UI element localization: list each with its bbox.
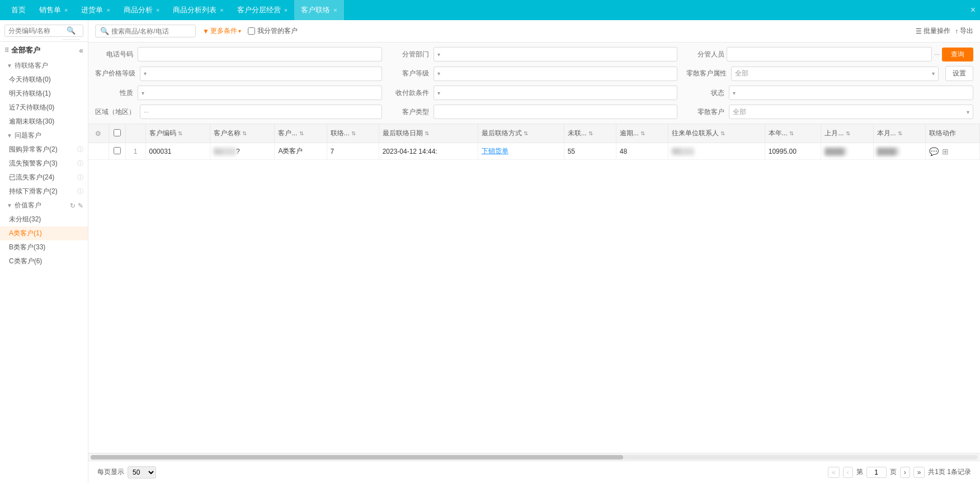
customer-type: A类客户 [275, 143, 327, 160]
dept-input[interactable]: ▾ [434, 47, 678, 61]
refresh-icon[interactable]: ↻ [70, 202, 76, 210]
sort-icon: ⇅ [299, 130, 304, 136]
phone-input[interactable] [138, 47, 382, 61]
row-select-checkbox[interactable] [114, 147, 121, 154]
close-all-tabs-button[interactable]: × [970, 5, 976, 15]
nav-purchase-order[interactable]: 进货单 × [74, 0, 116, 20]
my-customers-checkbox[interactable] [248, 27, 255, 35]
close-icon[interactable]: × [106, 7, 110, 13]
sidebar-group-value[interactable]: ▼ 价值客户 ↻ ✎ [0, 198, 88, 212]
last-contact-method[interactable]: 下销货单 [478, 143, 564, 160]
sidebar-item-tomorrow-pending[interactable]: 明天待联络(1) [0, 87, 88, 101]
qr-icon[interactable]: ⊞ [942, 147, 949, 156]
nav-product-analysis[interactable]: 商品分析 × [117, 0, 166, 20]
sidebar-item-7day-pending[interactable]: 近7天待联络(0) [0, 101, 88, 115]
horizontal-scrollbar[interactable] [88, 453, 980, 461]
region-input[interactable]: ··· [140, 105, 382, 119]
retail-attr-input[interactable]: 全部 ▾ [731, 67, 939, 81]
sidebar-group-pending[interactable]: ▼ 待联络客户 [0, 59, 88, 73]
col-this-year[interactable]: 本年... ⇅ [765, 124, 821, 143]
dots-icon[interactable]: ··· [144, 108, 149, 115]
my-customers-filter[interactable]: 我分管的客户 [248, 26, 298, 36]
sort-icon: ⇅ [720, 130, 725, 136]
first-page-button[interactable]: « [828, 467, 840, 478]
sidebar-item-churn-warning[interactable]: 流失预警客户(3) ⓘ [0, 157, 88, 171]
more-conditions-button[interactable]: ▼ 更多条件 ▾ [202, 26, 241, 36]
payment-input[interactable]: ▾ [434, 86, 678, 100]
col-this-month[interactable]: 本月... ⇅ [873, 124, 925, 143]
close-icon[interactable]: × [156, 7, 159, 13]
person-input[interactable] [727, 47, 932, 61]
sidebar-item-a-class[interactable]: A类客户(1) [0, 226, 88, 240]
message-icon[interactable]: 💬 [929, 147, 939, 156]
sidebar-item-today-pending[interactable]: 今天待联络(0) [0, 73, 88, 87]
per-page-select[interactable]: 50 100 200 [128, 466, 156, 479]
close-icon[interactable]: × [220, 7, 223, 13]
col-last-date[interactable]: 最后联络日期 ⇅ [379, 124, 478, 143]
sidebar-item-hoard-abnormal[interactable]: 囤购异常客户(2) ⓘ [0, 143, 88, 157]
nav-customer-contact[interactable]: 客户联络 × [294, 0, 343, 20]
col-contact[interactable]: 联络... ⇅ [327, 124, 379, 143]
col-no-contact[interactable]: 未联... ⇅ [564, 124, 616, 143]
col-checkbox[interactable] [109, 124, 125, 143]
edit-icon[interactable]: ✎ [78, 202, 83, 210]
query-button[interactable]: 查询 [942, 48, 973, 61]
all-customers-header[interactable]: ⠿ 全部客户 « [0, 42, 88, 59]
person-more-icon[interactable]: ··· [934, 50, 940, 58]
price-grade-label: 客户价格等级 [95, 69, 135, 78]
filter-row-region: 区域（地区） ··· [95, 105, 382, 119]
page-label: 页 [890, 467, 897, 477]
sidebar-item-unclassified[interactable]: 未分组(32) [0, 212, 88, 226]
col-code[interactable]: 客户编码 ⇅ [145, 124, 210, 143]
col-name[interactable]: 客户名称 ⇅ [210, 124, 274, 143]
sidebar-item-declining[interactable]: 持续下滑客户(2) ⓘ [0, 184, 88, 198]
nav-customer-segment[interactable]: 客户分层经营 × [230, 0, 294, 20]
col-last-month[interactable]: 上月... ⇅ [821, 124, 873, 143]
nav-home[interactable]: 首页 [4, 0, 32, 20]
row-checkbox[interactable] [109, 143, 125, 160]
sidebar-group-problem[interactable]: ▼ 问题客户 [0, 129, 88, 143]
sidebar-item-churned[interactable]: 已流失客户(24) ⓘ [0, 171, 88, 184]
search-box[interactable]: 🔍 [95, 25, 196, 37]
dropdown-arrow-icon: ▾ [437, 70, 440, 77]
sidebar: 🔍 ⠿ 全部客户 « ▼ 待联络客户 今天待联络(0) 明天待联络(1) 近7天… [0, 20, 88, 483]
sidebar-item-c-class[interactable]: C类客户(6) [0, 254, 88, 268]
close-icon[interactable]: × [64, 7, 68, 13]
customer-name: Ea? [210, 143, 274, 160]
sidebar-collapse-icon[interactable]: « [79, 46, 83, 55]
scrollbar-thumb[interactable] [91, 455, 623, 460]
col-settings[interactable]: ⚙ [88, 124, 109, 143]
sort-icon: ⇅ [588, 130, 593, 136]
filter-icon: ▼ [202, 27, 209, 35]
overdue-days: 48 [616, 143, 668, 160]
prev-page-button[interactable]: ‹ [843, 467, 853, 478]
nav-product-analysis-list[interactable]: 商品分析列表 × [166, 0, 230, 20]
cust-type-input[interactable] [434, 105, 678, 119]
status-input[interactable]: ▾ [729, 86, 973, 100]
col-last-method[interactable]: 最后联络方式 ⇅ [478, 124, 564, 143]
retail-cust-input[interactable]: 全部 ▾ [729, 105, 973, 119]
select-all-checkbox[interactable] [114, 129, 121, 136]
col-company-contact[interactable]: 往来单位联系人 ⇅ [668, 124, 765, 143]
last-page-button[interactable]: » [913, 467, 925, 478]
page-number-input[interactable] [866, 467, 887, 478]
export-button[interactable]: ↑ 导出 [955, 26, 973, 36]
scrollbar-track[interactable] [91, 455, 978, 460]
close-icon[interactable]: × [333, 7, 337, 13]
close-icon[interactable]: × [284, 7, 288, 13]
settings-button[interactable]: 设置 [945, 66, 973, 81]
sidebar-item-b-class[interactable]: B类客户(33) [0, 240, 88, 254]
col-cust-type[interactable]: 客户... ⇅ [275, 124, 327, 143]
search-input[interactable] [111, 27, 184, 35]
price-grade-input[interactable]: ▾ [140, 67, 382, 81]
nav-sales-order[interactable]: 销售单 × [32, 0, 74, 20]
nature-input[interactable]: ▾ [138, 86, 382, 100]
cust-grade-input[interactable]: ▾ [434, 67, 678, 81]
region-label: 区域（地区） [95, 107, 135, 117]
dropdown-arrow-icon: ▾ [142, 90, 144, 96]
per-page-label: 每页显示 [97, 467, 124, 477]
col-overdue[interactable]: 逾期... ⇅ [616, 124, 668, 143]
sidebar-item-overdue-contact[interactable]: 逾期未联络(30) [0, 115, 88, 129]
batch-op-button[interactable]: ☰ 批量操作 [916, 26, 950, 36]
next-page-button[interactable]: › [900, 467, 910, 478]
